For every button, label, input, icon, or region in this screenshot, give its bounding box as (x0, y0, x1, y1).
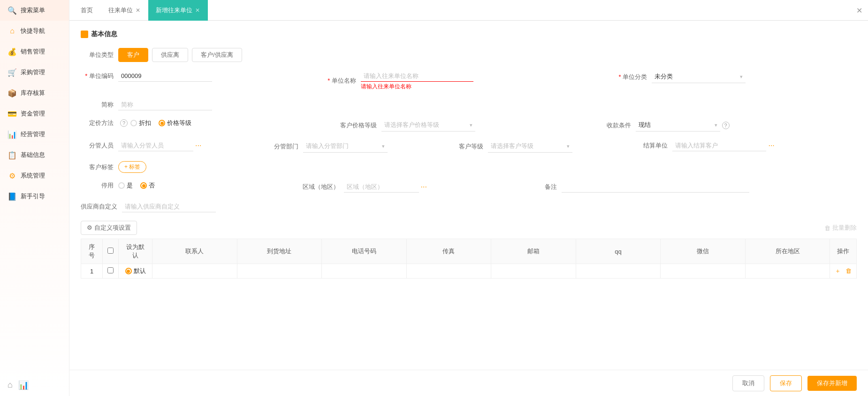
dept-select[interactable]: 请输入分管部门 ▾ (303, 140, 388, 153)
cancel-button[interactable]: 取消 (732, 375, 764, 391)
pricing-radio-group: 折扣 价格等级 (130, 119, 191, 127)
row-phone[interactable] (322, 264, 407, 279)
unit-type-row: 单位类型 客户 供应离 客户/供应离 (81, 48, 857, 62)
sidebar-item-sales[interactable]: 💰 销售管理 (0, 41, 69, 62)
row-add-btn[interactable]: ＋ (835, 267, 841, 274)
unit-code-group: 单位编码 (81, 70, 323, 82)
system-icon: ⚙ (8, 171, 17, 180)
tab-units-close[interactable]: ✕ (136, 7, 140, 14)
tab-new-unit[interactable]: 新增往来单位 ✕ (148, 0, 208, 21)
region-input[interactable] (344, 181, 419, 193)
pricing-level-radio[interactable]: 价格等级 (159, 119, 191, 127)
row-wechat[interactable] (661, 264, 746, 279)
tab-home[interactable]: 首页 (73, 0, 101, 21)
save-button[interactable]: 保存 (770, 375, 802, 391)
payment-question-icon[interactable]: ? (722, 122, 730, 129)
region-group: 区域（地区） ··· (303, 181, 525, 193)
table-section: ⚙ 自定义项设置 🗑 批量删除 序号 设为默认 联系人 到货地址 电话号码 传真 (81, 221, 857, 279)
disabled-label: 停用 (81, 181, 118, 190)
unit-type-supplier-btn[interactable]: 供应离 (152, 48, 188, 62)
col-region: 所在地区 (745, 239, 830, 264)
supplier-custom-input[interactable] (122, 201, 216, 212)
col-address: 到货地址 (237, 239, 322, 264)
price-level-select[interactable]: 请选择客户价格等级 ▾ (381, 119, 475, 132)
code-name-category-row: 单位编码 单位名称 请输入往来单位名称 单位分类 未分类 ▾ (81, 70, 857, 91)
sidebar-item-purchase[interactable]: 🛒 采购管理 (0, 62, 69, 83)
section-icon (81, 31, 88, 38)
row-default[interactable]: 默认 (119, 264, 152, 279)
batch-delete-label: 批量删除 (832, 224, 857, 232)
row-default-label: 默认 (134, 267, 146, 275)
settlement-group: 结算单位 ··· (635, 140, 857, 151)
add-tag-button[interactable]: + 标签 (118, 161, 146, 173)
pricing-discount-radio[interactable]: 折扣 (130, 119, 151, 127)
sidebar-item-finance[interactable]: 💳 资金管理 (0, 103, 69, 124)
sidebar-item-guide[interactable]: 📘 新手引导 (0, 186, 69, 207)
manager-more-btn[interactable]: ··· (195, 141, 201, 150)
settlement-input[interactable] (672, 140, 766, 151)
col-seq: 序号 (81, 239, 103, 264)
manager-input[interactable] (118, 140, 193, 151)
row-fax[interactable] (406, 264, 491, 279)
row-checkbox-input[interactable] (107, 267, 114, 273)
batch-delete-button[interactable]: 🗑 批量删除 (824, 224, 857, 232)
sidebar-item-quick-nav[interactable]: ⌂ 快捷导航 (0, 21, 69, 41)
col-checkbox[interactable] (103, 239, 119, 264)
unit-name-label: 单位名称 (323, 77, 361, 85)
custom-settings-button[interactable]: ⚙ 自定义项设置 (81, 221, 137, 235)
dept-group: 分管部门 请输入分管部门 ▾ (266, 140, 450, 153)
sidebar-item-system[interactable]: ⚙ 系统管理 (0, 165, 69, 186)
disabled-no-radio[interactable]: 否 (140, 181, 155, 190)
row-qq[interactable] (576, 264, 661, 279)
customer-level-select[interactable]: 请选择客户等级 ▾ (488, 140, 572, 153)
region-more-btn[interactable]: ··· (421, 183, 427, 191)
payment-terms-select[interactable]: 现结 ▾ (636, 119, 720, 132)
pricing-row: 定价方法 ? 折扣 价格等级 客户价格等级 请选择客户价格等级 (81, 119, 857, 132)
region-label: 区域（地区） (303, 183, 344, 191)
remark-input[interactable] (562, 181, 749, 193)
tab-bar: 首页 往来单位 ✕ 新增往来单位 ✕ ✕ (69, 0, 868, 21)
disabled-yes-circle (118, 182, 125, 189)
unit-name-input[interactable] (361, 70, 473, 82)
sidebar-item-search[interactable]: 🔍 搜索菜单 (0, 0, 69, 21)
row-location[interactable] (745, 264, 830, 279)
finance-icon: 💳 (8, 109, 17, 118)
row-contact[interactable] (152, 264, 237, 279)
short-name-input[interactable] (118, 99, 212, 110)
unit-type-buttons: 客户 供应离 客户/供应离 (118, 48, 242, 62)
col-email: 邮箱 (491, 239, 576, 264)
row-email[interactable] (491, 264, 576, 279)
select-all-checkbox[interactable] (107, 248, 114, 254)
window-close-button[interactable]: ✕ (856, 6, 862, 15)
sidebar-label-inventory: 库存核算 (21, 89, 45, 97)
unit-type-customer-btn[interactable]: 客户 (118, 48, 148, 62)
sidebar-item-inventory[interactable]: 📦 库存核算 (0, 83, 69, 103)
supplier-custom-label: 供应商自定义 (81, 202, 122, 211)
row-checkbox[interactable] (103, 264, 119, 279)
unit-type-both-btn[interactable]: 客户/供应离 (192, 48, 242, 62)
section-title-text: 基本信息 (91, 30, 117, 39)
tab-units[interactable]: 往来单位 ✕ (101, 0, 148, 21)
sidebar-item-operations[interactable]: 📊 经营管理 (0, 124, 69, 145)
inventory-icon: 📦 (8, 88, 17, 98)
settlement-more-btn[interactable]: ··· (768, 141, 774, 150)
unit-type-label: 单位类型 (81, 51, 118, 59)
payment-terms-label: 收款条件 (598, 121, 636, 130)
main-content: 首页 往来单位 ✕ 新增往来单位 ✕ ✕ 基本信息 单位类型 客户 供应离 客户… (69, 0, 868, 396)
form-area: 基本信息 单位类型 客户 供应离 客户/供应离 单位编码 单位名称 (69, 21, 868, 370)
col-default: 设为默认 (119, 239, 152, 264)
basic-icon: 📋 (8, 150, 17, 160)
operations-icon: 📊 (8, 130, 17, 139)
sidebar-item-basic[interactable]: 📋 基础信息 (0, 145, 69, 165)
unit-code-label: 单位编码 (81, 72, 118, 80)
pricing-question-icon[interactable]: ? (120, 119, 128, 127)
row-delete-btn[interactable]: 🗑 (845, 267, 852, 274)
customer-level-label: 客户等级 (450, 142, 488, 151)
tab-new-unit-close[interactable]: ✕ (195, 7, 200, 14)
unit-category-select[interactable]: 未分类 ▾ (652, 70, 746, 83)
disabled-yes-radio[interactable]: 是 (118, 181, 133, 190)
unit-category-chevron: ▾ (740, 74, 743, 80)
save-new-button[interactable]: 保存并新增 (807, 376, 857, 391)
row-address[interactable] (237, 264, 322, 279)
unit-code-input[interactable] (118, 70, 212, 82)
